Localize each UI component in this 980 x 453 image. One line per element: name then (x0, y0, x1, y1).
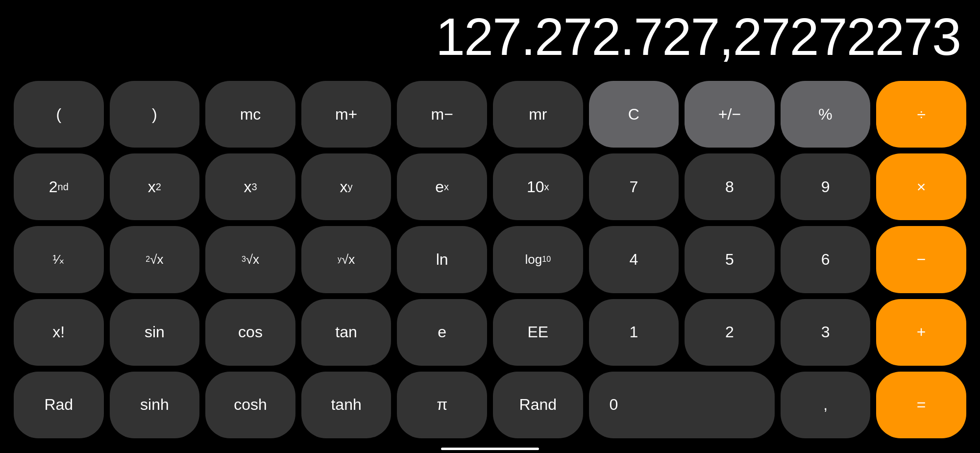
2-button[interactable]: 2 (685, 299, 775, 366)
ee-button[interactable]: EE (493, 299, 583, 366)
e-button[interactable]: e (397, 299, 487, 366)
display-area: 127.272.727,27272273 (0, 0, 980, 76)
tanh-button[interactable]: tanh (301, 372, 392, 438)
10-x-button[interactable]: 10x (493, 153, 583, 220)
x-cubed-button[interactable]: x3 (205, 153, 295, 220)
6-button[interactable]: 6 (781, 226, 871, 293)
equals-button[interactable]: = (876, 372, 966, 438)
subtract-button[interactable]: − (876, 226, 966, 293)
calculator-grid: ( ) mc m+ m− mr C +/− % ÷ 2nd x2 x3 xy e… (0, 76, 980, 453)
plus-minus-button[interactable]: +/− (685, 81, 775, 148)
1-x-button[interactable]: ¹⁄ₓ (14, 226, 104, 293)
4-button[interactable]: 4 (589, 226, 679, 293)
9-button[interactable]: 9 (781, 153, 871, 220)
mc-button[interactable]: mc (205, 81, 295, 148)
m-minus-button[interactable]: m− (397, 81, 487, 148)
5-button[interactable]: 5 (685, 226, 775, 293)
7-button[interactable]: 7 (589, 153, 679, 220)
multiply-button[interactable]: × (876, 153, 966, 220)
2-sqrt-button[interactable]: 2√x (110, 226, 200, 293)
close-paren-button[interactable]: ) (110, 81, 200, 148)
display-value: 127.272.727,27272273 (436, 6, 960, 67)
comma-button[interactable]: , (781, 372, 871, 438)
3-button[interactable]: 3 (781, 299, 871, 366)
sin-button[interactable]: sin (110, 299, 200, 366)
rand-button[interactable]: Rand (493, 372, 583, 438)
percent-button[interactable]: % (781, 81, 871, 148)
home-indicator (441, 448, 539, 450)
8-button[interactable]: 8 (685, 153, 775, 220)
y-sqrt-button[interactable]: y√x (301, 226, 392, 293)
cosh-button[interactable]: cosh (205, 372, 295, 438)
sinh-button[interactable]: sinh (110, 372, 200, 438)
x-squared-button[interactable]: x2 (110, 153, 200, 220)
tan-button[interactable]: tan (301, 299, 392, 366)
e-x-button[interactable]: ex (397, 153, 487, 220)
m-plus-button[interactable]: m+ (301, 81, 392, 148)
0-button[interactable]: 0 (589, 372, 775, 438)
rad-button[interactable]: Rad (14, 372, 104, 438)
ln-button[interactable]: ln (397, 226, 487, 293)
add-button[interactable]: + (876, 299, 966, 366)
3-sqrt-button[interactable]: 3√x (205, 226, 295, 293)
clear-button[interactable]: C (589, 81, 679, 148)
mr-button[interactable]: mr (493, 81, 583, 148)
2nd-button[interactable]: 2nd (14, 153, 104, 220)
factorial-button[interactable]: x! (14, 299, 104, 366)
open-paren-button[interactable]: ( (14, 81, 104, 148)
cos-button[interactable]: cos (205, 299, 295, 366)
1-button[interactable]: 1 (589, 299, 679, 366)
divide-button[interactable]: ÷ (876, 81, 966, 148)
pi-button[interactable]: π (397, 372, 487, 438)
log10-button[interactable]: log10 (493, 226, 583, 293)
x-y-button[interactable]: xy (301, 153, 392, 220)
